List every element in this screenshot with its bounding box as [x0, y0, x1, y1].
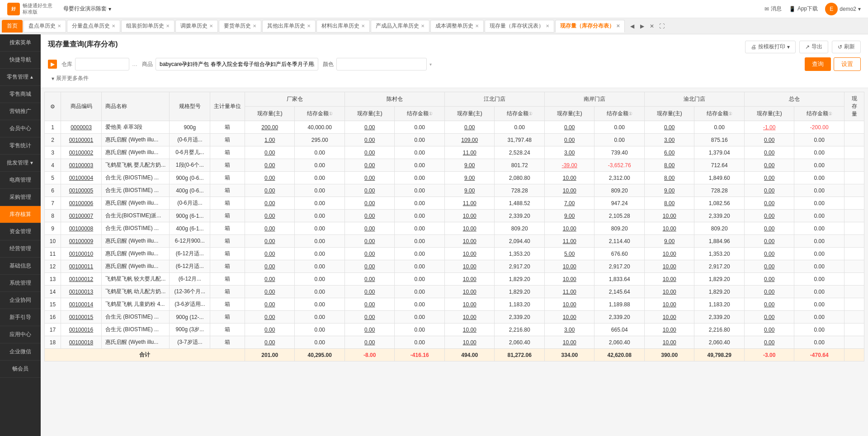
row-code[interactable]: 00100011 — [61, 260, 102, 273]
row-c5-qty[interactable]: 10.00 — [645, 210, 694, 222]
row-c1-qty[interactable]: 1.00 — [245, 134, 295, 146]
goods-input[interactable] — [156, 58, 318, 70]
warehouse-input[interactable] — [75, 58, 129, 70]
row-code[interactable]: 00100009 — [61, 235, 102, 248]
row-total-qty[interactable]: 0.00 — [745, 235, 794, 248]
info-icon[interactable]: ① — [329, 111, 333, 116]
row-total-qty[interactable]: 0.00 — [745, 298, 794, 311]
row-c4-qty[interactable]: 10.00 — [545, 184, 594, 197]
row-c1-qty[interactable]: 0.00 — [245, 184, 295, 197]
row-code[interactable]: 00100005 — [61, 184, 102, 197]
row-code[interactable]: 00100001 — [61, 134, 102, 146]
info-icon-4[interactable]: ① — [628, 111, 632, 116]
tab-9[interactable]: 成本调整单历史 ✕ — [430, 20, 484, 33]
close-icon[interactable]: ✕ — [307, 23, 311, 28]
row-total-qty[interactable]: 0.00 — [745, 273, 794, 286]
row-c5-qty[interactable]: 10.00 — [645, 336, 694, 349]
row-code[interactable]: 00100010 — [61, 248, 102, 260]
tab-4[interactable]: 调拨单历史 ✕ — [175, 20, 218, 33]
query-button[interactable]: 查询 — [805, 57, 831, 71]
tab-3[interactable]: 组装折卸单历史 ✕ — [121, 20, 175, 33]
row-c4-qty[interactable]: 5.00 — [545, 248, 594, 260]
row-c3-qty[interactable]: 10.00 — [445, 210, 495, 222]
row-total-qty[interactable]: 0.00 — [745, 336, 794, 349]
row-c2-qty[interactable]: 0.00 — [345, 286, 395, 298]
row-c2-qty[interactable]: 0.00 — [345, 121, 395, 134]
row-c3-qty[interactable]: 10.00 — [445, 260, 495, 273]
sidebar-item-inventory[interactable]: 库存核算 — [0, 206, 41, 223]
row-c3-qty[interactable]: 10.00 — [445, 222, 495, 235]
row-total-qty[interactable]: 0.00 — [745, 197, 794, 210]
row-c4-qty[interactable]: 0.00 — [545, 121, 594, 134]
row-c2-qty[interactable]: 0.00 — [345, 260, 395, 273]
row-c4-qty[interactable]: 10.00 — [545, 273, 594, 286]
row-c4-qty[interactable]: 10.00 — [545, 222, 594, 235]
row-total-qty[interactable]: 0.00 — [745, 210, 794, 222]
sidebar-item-retail[interactable]: 零售管理 ▲ — [0, 69, 41, 86]
row-c2-qty[interactable]: 0.00 — [345, 159, 395, 172]
row-c3-qty[interactable]: 9.00 — [445, 172, 495, 184]
row-c2-qty[interactable]: 0.00 — [345, 222, 395, 235]
info-icon-3[interactable]: ① — [528, 111, 533, 116]
sidebar-item-marketing[interactable]: 营销推广 — [0, 103, 41, 120]
row-c1-qty[interactable]: 0.00 — [245, 260, 295, 273]
row-c2-qty[interactable]: 0.00 — [345, 146, 395, 159]
row-c2-qty[interactable]: 0.00 — [345, 273, 395, 286]
tab-8[interactable]: 产成品入库单历史 ✕ — [371, 20, 429, 33]
tab-prev-btn[interactable]: ◀ — [627, 20, 637, 33]
tab-11[interactable]: 现存量（库存分布表） ✕ — [555, 20, 625, 33]
row-c4-qty[interactable]: -39.00 — [545, 159, 594, 172]
close-icon[interactable]: ✕ — [361, 23, 365, 28]
row-c4-qty[interactable]: 0.00 — [545, 134, 594, 146]
close-icon[interactable]: ✕ — [475, 23, 479, 28]
row-c2-qty[interactable]: 0.00 — [345, 298, 395, 311]
row-c3-qty[interactable]: 10.00 — [445, 311, 495, 323]
row-c5-qty[interactable]: 0.00 — [645, 121, 694, 134]
row-c3-qty[interactable]: 10.00 — [445, 235, 495, 248]
close-icon[interactable]: ✕ — [421, 23, 425, 28]
row-code[interactable]: 00100006 — [61, 197, 102, 210]
row-c5-qty[interactable]: 10.00 — [645, 311, 694, 323]
row-total-qty[interactable]: 0.00 — [745, 248, 794, 260]
row-c5-qty[interactable]: 8.00 — [645, 197, 694, 210]
row-c5-qty[interactable]: 10.00 — [645, 273, 694, 286]
sidebar-item-mall[interactable]: 零售商城 — [0, 86, 41, 103]
export-button[interactable]: ↗ 导出 — [799, 41, 828, 53]
sidebar-item-ecommerce[interactable]: 电商管理 — [0, 172, 41, 189]
industry-selector[interactable]: 母婴行业演示陈套 ▾ — [63, 5, 111, 13]
row-total-qty[interactable]: 0.00 — [745, 323, 794, 336]
sidebar-item-purchase[interactable]: 采购管理 — [0, 189, 41, 206]
row-total-qty[interactable]: 0.00 — [745, 146, 794, 159]
row-c5-qty[interactable]: 10.00 — [645, 248, 694, 260]
row-c1-qty[interactable]: 0.00 — [245, 311, 295, 323]
message-btn[interactable]: ✉ 消息 — [764, 5, 782, 13]
row-c5-qty[interactable]: 8.00 — [645, 172, 694, 184]
row-c2-qty[interactable]: 0.00 — [345, 235, 395, 248]
close-icon-active[interactable]: ✕ — [616, 23, 620, 28]
sidebar-item-retail-stats[interactable]: 零售统计 — [0, 137, 41, 155]
row-c3-qty[interactable]: 0.00 — [445, 121, 495, 134]
row-code[interactable]: 00100016 — [61, 323, 102, 336]
refresh-button[interactable]: ↺ 刷新 — [832, 41, 861, 53]
sidebar-item-nav[interactable]: 快捷导航 — [0, 52, 41, 69]
row-total-qty[interactable]: 0.00 — [745, 260, 794, 273]
row-c2-qty[interactable]: 0.00 — [345, 336, 395, 349]
row-c4-qty[interactable]: 3.00 — [545, 146, 594, 159]
row-c3-qty[interactable]: 10.00 — [445, 286, 495, 298]
sidebar-item-enterprise[interactable]: 企业协同 — [0, 292, 41, 309]
row-c5-qty[interactable]: 10.00 — [645, 323, 694, 336]
sidebar-item-system[interactable]: 系统管理 — [0, 275, 41, 292]
row-c2-qty[interactable]: 0.00 — [345, 172, 395, 184]
row-c1-qty[interactable]: 0.00 — [245, 336, 295, 349]
tab-2[interactable]: 分量盘点单历史 ✕ — [67, 20, 120, 33]
row-c5-qty[interactable]: 9.00 — [645, 235, 694, 248]
print-button[interactable]: 🖨 按模板打印 ▾ — [745, 41, 796, 53]
row-code[interactable]: 00100012 — [61, 273, 102, 286]
close-icon[interactable]: ✕ — [57, 23, 61, 28]
row-c3-qty[interactable]: 10.00 — [445, 323, 495, 336]
color-input[interactable] — [336, 58, 427, 70]
tab-7[interactable]: 材料出库单历史 ✕ — [316, 20, 370, 33]
row-c3-qty[interactable]: 10.00 — [445, 298, 495, 311]
tab-close-all-btn[interactable]: ✕ — [647, 20, 656, 33]
sidebar-item-member[interactable]: 会员中心 — [0, 120, 41, 137]
